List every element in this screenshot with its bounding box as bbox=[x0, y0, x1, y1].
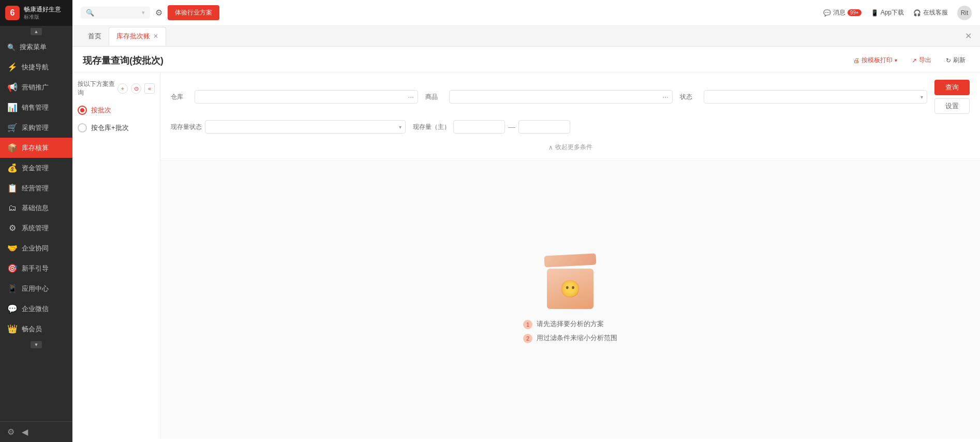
collapse-btn[interactable]: ∧ 收起更多条件 bbox=[171, 140, 970, 155]
basic-icon: 🗂 bbox=[7, 203, 18, 213]
sidebar-item-basic[interactable]: 🗂 基础信息 bbox=[0, 198, 72, 218]
online-service-btn[interactable]: 🎧 在线客服 bbox=[913, 8, 948, 17]
page-header: 现存量查询(按批次) 🖨 按模板打印 ▾ ↗ 导出 ↻ 刷新 bbox=[72, 47, 980, 72]
topbar-search-box[interactable]: 🔍 ▾ bbox=[81, 7, 150, 19]
message-icon: 💬 bbox=[823, 9, 831, 17]
sidebar-settings-icon[interactable]: ⚙ bbox=[7, 427, 14, 437]
main-area: 🔍 ▾ ⚙ 体验行业方案 💬 消息 99+ 📱 App下载 🎧 在线客服 Rit bbox=[72, 0, 980, 442]
product-label: 商品 bbox=[425, 93, 446, 101]
trial-btn[interactable]: 体验行业方案 bbox=[168, 5, 219, 20]
sidebar-item-sales[interactable]: 📊 销售管理 bbox=[0, 97, 72, 117]
inventory-qty-to[interactable] bbox=[518, 120, 570, 134]
sidebar-item-enterprise[interactable]: 🤝 企业协同 bbox=[0, 238, 72, 258]
app-download-btn[interactable]: 📱 App下载 bbox=[871, 8, 904, 17]
inventory-status-select[interactable] bbox=[205, 120, 406, 134]
scheme-panel: 按以下方案查询 + ⊙ « 按批次 按仓库+批次 bbox=[72, 72, 160, 439]
status-select[interactable] bbox=[704, 90, 927, 104]
filter-row-2: 现存量状态 ▾ 现存量（主） — bbox=[171, 120, 970, 134]
app-logo: 6 bbox=[5, 6, 20, 20]
business-icon: 📋 bbox=[7, 183, 18, 193]
scheme-add-btn[interactable]: + bbox=[117, 83, 128, 94]
product-dots[interactable]: ··· bbox=[662, 93, 669, 101]
topbar-search-input[interactable] bbox=[97, 9, 139, 17]
tab-panel-close-btn[interactable]: ✕ bbox=[965, 31, 972, 41]
empty-tips: 1 请先选择要分析的方案 2 用过滤条件来缩小分析范围 bbox=[523, 319, 617, 347]
tab-batch[interactable]: 库存批次账 ✕ bbox=[109, 27, 166, 46]
inventory-icon: 📦 bbox=[7, 143, 18, 153]
messages-badge: 99+ bbox=[848, 9, 862, 16]
sidebar-item-finance[interactable]: 💰 资金管理 bbox=[0, 158, 72, 178]
sidebar-item-marketing[interactable]: 📢 营销推广 bbox=[0, 77, 72, 97]
wechat-icon: 💬 bbox=[7, 304, 18, 314]
empty-state: 😶 1 请先选择要分析的方案 2 用过滤条件来缩小分析范围 bbox=[160, 160, 980, 439]
sidebar-item-system[interactable]: ⚙ 系统管理 bbox=[0, 218, 72, 238]
page-content: 现存量查询(按批次) 🖨 按模板打印 ▾ ↗ 导出 ↻ 刷新 bbox=[72, 47, 980, 442]
topbar-settings-icon[interactable]: ⚙ bbox=[155, 8, 162, 18]
status-label: 状态 bbox=[680, 93, 701, 101]
user-avatar[interactable]: Rit bbox=[957, 6, 972, 20]
sidebar-nav: ▲ 🔍 搜索菜单 ⚡ 快捷导航 📢 营销推广 📊 销售管理 🛒 采购管理 📦 库… bbox=[0, 26, 72, 421]
scheme-panel-title: 按以下方案查询 bbox=[78, 80, 117, 97]
tab-batch-close[interactable]: ✕ bbox=[153, 33, 158, 40]
messages-btn[interactable]: 💬 消息 99+ bbox=[823, 8, 862, 17]
export-icon: ↗ bbox=[912, 57, 917, 64]
marketing-icon: 📢 bbox=[7, 82, 18, 92]
sidebar-item-quick-nav[interactable]: ⚡ 快捷导航 bbox=[0, 57, 72, 77]
page-title: 现存量查询(按批次) bbox=[83, 54, 164, 67]
enterprise-icon: 🤝 bbox=[7, 243, 18, 253]
print-btn[interactable]: 🖨 按模板打印 ▾ bbox=[849, 54, 901, 67]
sidebar-collapse-icon[interactable]: ◀ bbox=[22, 427, 28, 437]
query-buttons: 查询 设置 bbox=[934, 80, 970, 114]
sidebar-header: 6 畅康通好生意 标准版 bbox=[0, 0, 72, 26]
warehouse-filter: 仓库 ··· bbox=[171, 90, 418, 104]
print-icon: 🖨 bbox=[853, 57, 859, 64]
inventory-status-label: 现存量状态 bbox=[171, 123, 202, 131]
query-btn[interactable]: 查询 bbox=[934, 80, 970, 95]
refresh-btn[interactable]: ↻ 刷新 bbox=[942, 54, 970, 67]
warehouse-input[interactable] bbox=[195, 90, 418, 104]
settings-btn[interactable]: 设置 bbox=[934, 98, 970, 114]
inventory-qty-filter: 现存量（主） — bbox=[413, 120, 648, 134]
sidebar-scroll-up[interactable]: ▲ bbox=[31, 28, 42, 35]
status-filter: 状态 ▾ bbox=[680, 90, 927, 104]
query-area: 仓库 ··· 商品 ··· bbox=[160, 72, 980, 439]
sidebar-item-newbie[interactable]: 🎯 新手引导 bbox=[0, 258, 72, 278]
box-body: 😶 bbox=[547, 269, 593, 309]
app-brand: 畅康通好生意 标准版 bbox=[24, 5, 61, 21]
tip2-num: 2 bbox=[523, 334, 532, 343]
sidebar-item-search[interactable]: 🔍 搜索菜单 bbox=[0, 37, 72, 57]
product-input[interactable] bbox=[449, 90, 673, 104]
search-icon: 🔍 bbox=[7, 43, 16, 51]
inventory-qty-label: 现存量（主） bbox=[413, 123, 450, 131]
sidebar-item-inventory[interactable]: 📦 库存核算 bbox=[0, 138, 72, 158]
warehouse-label: 仓库 bbox=[171, 93, 191, 101]
scheme-panel-icons: + ⊙ « bbox=[117, 83, 155, 94]
scheme-active-dot bbox=[78, 106, 87, 115]
empty-tip-2: 2 用过滤条件来缩小分析范围 bbox=[523, 333, 617, 343]
sidebar-item-wechat[interactable]: 💬 企业微信 bbox=[0, 299, 72, 319]
finance-icon: 💰 bbox=[7, 163, 18, 173]
tip1-num: 1 bbox=[523, 320, 532, 329]
sidebar-footer: ⚙ ◀ bbox=[0, 421, 72, 442]
topbar-dropdown-icon[interactable]: ▾ bbox=[142, 9, 145, 16]
tab-home[interactable]: 首页 bbox=[81, 27, 109, 45]
box-face-icon: 😶 bbox=[560, 279, 581, 299]
inventory-status-filter: 现存量状态 ▾ bbox=[171, 120, 406, 134]
sidebar-scroll-down[interactable]: ▼ bbox=[31, 341, 42, 348]
newbie-icon: 🎯 bbox=[7, 263, 18, 273]
print-dropdown-icon[interactable]: ▾ bbox=[895, 57, 897, 63]
sidebar-item-business[interactable]: 📋 经营管理 bbox=[0, 178, 72, 198]
scheme-item-by-batch[interactable]: 按批次 bbox=[72, 101, 160, 119]
export-btn[interactable]: ↗ 导出 bbox=[908, 54, 936, 67]
inventory-qty-from[interactable] bbox=[453, 120, 505, 134]
content-body: 按以下方案查询 + ⊙ « 按批次 按仓库+批次 bbox=[72, 72, 980, 439]
warehouse-dots[interactable]: ··· bbox=[408, 93, 414, 101]
sidebar-item-purchase[interactable]: 🛒 采购管理 bbox=[0, 117, 72, 138]
scheme-item-by-warehouse-batch[interactable]: 按仓库+批次 bbox=[72, 119, 160, 137]
sidebar-item-app-center[interactable]: 📱 应用中心 bbox=[0, 278, 72, 299]
quick-nav-icon: ⚡ bbox=[7, 62, 18, 72]
sales-icon: 📊 bbox=[7, 102, 18, 112]
scheme-settings-btn[interactable]: ⊙ bbox=[131, 83, 141, 94]
scheme-collapse-btn[interactable]: « bbox=[144, 83, 155, 94]
sidebar-item-member[interactable]: 👑 畅会员 bbox=[0, 319, 72, 339]
